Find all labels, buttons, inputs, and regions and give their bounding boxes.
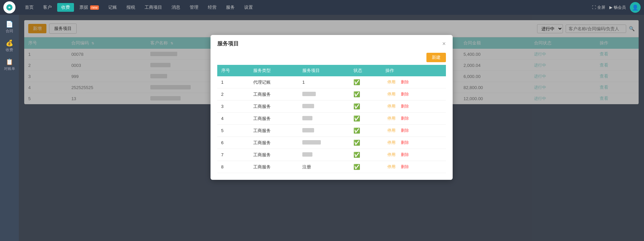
modal-cell-item: 注册 <box>298 161 349 173</box>
nav-home[interactable]: 首页 <box>21 3 38 12</box>
stop-button[interactable]: 停用 <box>385 79 397 86</box>
statement-icon: 📋 <box>6 58 13 66</box>
modal-cell-action: 停用 删除 <box>381 101 446 113</box>
modal-cell-type: 工商服务 <box>249 113 298 125</box>
nav-settings[interactable]: 设置 <box>240 3 257 12</box>
service-item-modal: 服务项目 × 新建 序号 服务类型 服务项目 状态 <box>211 35 453 180</box>
modal-cell-item <box>298 113 349 125</box>
modal-cell-seq: 7 <box>217 149 250 161</box>
new-badge: new <box>90 5 99 10</box>
modal-cell-action: 停用 删除 <box>381 113 446 125</box>
modal-cell-action: 停用 删除 <box>381 149 446 161</box>
fullscreen-button[interactable]: ⛶ 全屏 <box>592 5 605 10</box>
modal-table-row: 6 工商服务 ✅ 停用 删除 <box>217 137 446 149</box>
modal-table-row: 3 工商服务 ✅ 停用 删除 <box>217 101 446 113</box>
delete-button[interactable]: 删除 <box>399 103 411 110</box>
modal-cell-status: ✅ <box>349 161 382 173</box>
modal-col-item: 服务项目 <box>298 65 349 76</box>
modal-cell-type: 工商服务 <box>249 88 298 101</box>
delete-button[interactable]: 删除 <box>399 151 411 158</box>
modal-cell-status: ✅ <box>349 88 382 101</box>
modal-close-button[interactable]: × <box>442 40 446 47</box>
nav-message[interactable]: 消息 <box>167 3 184 12</box>
stop-button[interactable]: 停用 <box>385 127 397 134</box>
fullscreen-icon: ⛶ <box>592 5 596 10</box>
modal-body: 序号 服务类型 服务项目 状态 操作 1 代理记账 1 ✅ 停用 删除 <box>211 65 453 180</box>
modal-cell-item <box>298 137 349 149</box>
modal-cell-type: 工商服务 <box>249 137 298 149</box>
nav-service[interactable]: 服务 <box>222 3 239 12</box>
delete-button[interactable]: 删除 <box>399 79 411 86</box>
service-items-table: 序号 服务类型 服务项目 状态 操作 1 代理记账 1 ✅ 停用 删除 <box>217 65 446 173</box>
modal-toolbar: 新建 <box>211 50 453 65</box>
modal-cell-seq: 3 <box>217 101 250 113</box>
modal-cell-item <box>298 125 349 137</box>
delete-button[interactable]: 删除 <box>399 115 411 122</box>
modal-cell-action: 停用 删除 <box>381 125 446 137</box>
stop-button[interactable]: 停用 <box>385 103 397 110</box>
modal-col-seq: 序号 <box>217 65 250 76</box>
app-logo <box>3 1 15 13</box>
modal-cell-status: ✅ <box>349 149 382 161</box>
modal-col-action: 操作 <box>381 65 446 76</box>
modal-table-row: 4 工商服务 ✅ 停用 删除 <box>217 113 446 125</box>
billing-icon: 💰 <box>6 39 13 47</box>
delete-button[interactable]: 删除 <box>399 139 411 146</box>
nav-tax[interactable]: 报税 <box>122 3 139 12</box>
user-avatar[interactable]: 👤 <box>630 2 641 13</box>
modal-cell-status: ✅ <box>349 125 382 137</box>
modal-cell-item <box>298 149 349 161</box>
modal-table-row: 1 代理记账 1 ✅ 停用 删除 <box>217 76 446 88</box>
modal-cell-seq: 4 <box>217 113 250 125</box>
nav-manage[interactable]: 管理 <box>186 3 202 12</box>
modal-title: 服务项目 <box>217 40 239 47</box>
nav-invoice[interactable]: 票据 new <box>75 3 103 12</box>
modal-cell-item <box>298 101 349 113</box>
stop-button[interactable]: 停用 <box>385 151 397 158</box>
modal-cell-status: ✅ <box>349 113 382 125</box>
modal-cell-type: 工商服务 <box>249 101 298 113</box>
modal-cell-type: 工商服务 <box>249 125 298 137</box>
modal-cell-action: 停用 删除 <box>381 76 446 88</box>
stop-button[interactable]: 停用 <box>385 163 397 170</box>
modal-cell-status: ✅ <box>349 76 382 88</box>
modal-cell-seq: 6 <box>217 137 250 149</box>
modal-cell-type: 工商服务 <box>249 149 298 161</box>
stop-button[interactable]: 停用 <box>385 91 397 98</box>
modal-cell-action: 停用 删除 <box>381 137 446 149</box>
contract-icon: 📄 <box>6 21 13 28</box>
modal-table-row: 2 工商服务 ✅ 停用 删除 <box>217 88 446 101</box>
modal-cell-action: 停用 删除 <box>381 161 446 173</box>
modal-cell-type: 代理记账 <box>249 76 298 88</box>
modal-cell-seq: 2 <box>217 88 250 101</box>
delete-button[interactable]: 删除 <box>399 91 411 98</box>
modal-cell-action: 停用 删除 <box>381 88 446 101</box>
delete-button[interactable]: 删除 <box>399 163 411 170</box>
modal-cell-status: ✅ <box>349 101 382 113</box>
modal-new-button[interactable]: 新建 <box>426 53 446 62</box>
nav-operations[interactable]: 经营 <box>204 3 221 12</box>
modal-col-status: 状态 <box>349 65 382 76</box>
member-button[interactable]: ▶ 畅会员 <box>609 5 626 10</box>
modal-table-row: 8 工商服务 注册 ✅ 停用 删除 <box>217 161 446 173</box>
modal-header: 服务项目 × <box>211 35 453 50</box>
modal-cell-status: ✅ <box>349 137 382 149</box>
sidebar-item-statement[interactable]: 📋 对账单 <box>1 56 18 73</box>
sidebar-item-billing[interactable]: 💰 收费 <box>1 37 18 54</box>
modal-cell-type: 工商服务 <box>249 161 298 173</box>
sidebar-item-contract[interactable]: 📄 合同 <box>1 18 18 36</box>
stop-button[interactable]: 停用 <box>385 115 397 122</box>
nav-billing[interactable]: 收费 <box>57 3 74 12</box>
delete-button[interactable]: 删除 <box>399 127 411 134</box>
stop-button[interactable]: 停用 <box>385 139 397 146</box>
nav-bookkeeping[interactable]: 记账 <box>104 3 121 12</box>
modal-cell-item <box>298 88 349 101</box>
nav-items: 首页 客户 收费 票据 new 记账 报税 工商项目 消息 管理 经营 服务 设… <box>21 3 592 12</box>
nav-business[interactable]: 工商项目 <box>141 3 166 12</box>
modal-overlay[interactable]: 服务项目 × 新建 序号 服务类型 服务项目 状态 <box>19 15 644 241</box>
modal-col-type: 服务类型 <box>249 65 298 76</box>
nav-client[interactable]: 客户 <box>39 3 56 12</box>
modal-cell-seq: 8 <box>217 161 250 173</box>
modal-cell-seq: 5 <box>217 125 250 137</box>
top-navigation: 首页 客户 收费 票据 new 记账 报税 工商项目 消息 管理 经营 服务 设… <box>0 0 644 15</box>
